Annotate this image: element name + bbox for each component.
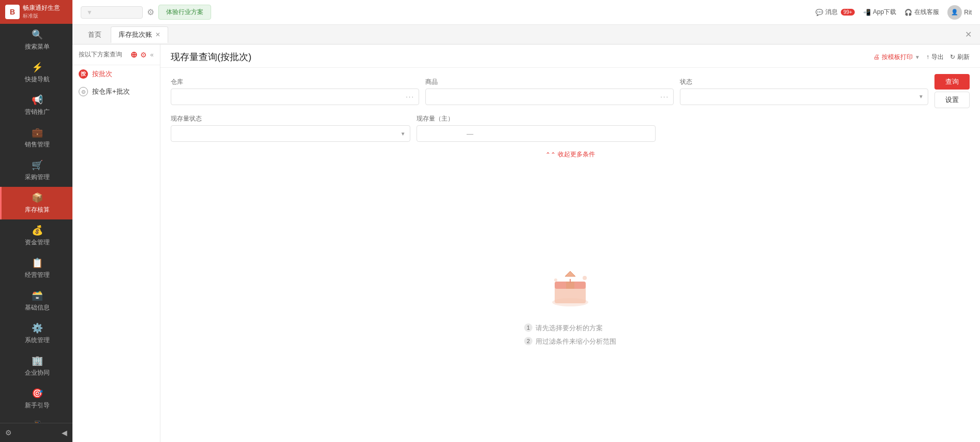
inventory-icon: 📦 bbox=[32, 192, 43, 203]
scheme-collapse-button[interactable]: « bbox=[150, 51, 154, 58]
scheme-add-button[interactable]: ⊕ bbox=[130, 50, 137, 60]
empty-svg bbox=[544, 263, 596, 315]
sidebar-item-marketing[interactable]: 📢 营销推广 bbox=[0, 89, 72, 122]
scheme-settings-button[interactable]: ⚙ bbox=[140, 51, 147, 59]
topbar-right: 💬 消息 99+ 📲 App下载 🎧 在线客服 👤 Rit bbox=[815, 5, 972, 20]
user-avatar-button[interactable]: 👤 Rit bbox=[947, 5, 972, 20]
sidebar-item-apps[interactable]: 📱 应用中心 bbox=[0, 415, 72, 423]
empty-tips: 1 请先选择要分析的方案 2 用过滤条件来缩小分析范围 bbox=[524, 323, 616, 346]
inventory-qty-label: 现存量（主） bbox=[417, 114, 656, 123]
filter-warehouse: 仓库 ··· bbox=[171, 78, 419, 105]
print-template-button[interactable]: 🖨 按模板打印 ▼ bbox=[873, 53, 920, 62]
svg-point-6 bbox=[583, 276, 587, 280]
filter-row-2: 现存量状态 ▼ 现存量（主） — bbox=[171, 114, 970, 142]
print-icon: 🖨 bbox=[873, 53, 880, 61]
avatar-initials: 👤 bbox=[951, 9, 958, 16]
app-name: 畅康通好生意 bbox=[23, 4, 60, 12]
print-dropdown-icon[interactable]: ▼ bbox=[915, 54, 920, 60]
warehouse-dots[interactable]: ··· bbox=[406, 93, 414, 100]
app-edition: 标准版 bbox=[23, 12, 60, 20]
export-button[interactable]: ↑ 导出 bbox=[926, 53, 944, 62]
message-button[interactable]: 💬 消息 99+ bbox=[815, 8, 855, 17]
warehouse-input[interactable]: ··· bbox=[171, 89, 419, 105]
newbie-icon: 🎯 bbox=[32, 388, 43, 399]
tab-inventory-batch-label: 库存批次账 bbox=[118, 30, 152, 39]
sidebar-label-search: 搜索菜单 bbox=[25, 42, 50, 51]
scheme-active-icon: 按 bbox=[79, 69, 88, 79]
filter-row-1: 仓库 ··· 商品 ··· 状态 bbox=[171, 74, 970, 108]
filter-section: 仓库 ··· 商品 ··· 状态 bbox=[160, 68, 980, 167]
sidebar-label-newbie: 新手引导 bbox=[25, 401, 50, 410]
refresh-button[interactable]: ↻ 刷新 bbox=[950, 53, 970, 62]
message-badge: 99+ bbox=[841, 9, 855, 16]
product-dots[interactable]: ··· bbox=[660, 93, 669, 100]
sidebar-app-info: 畅康通好生意 标准版 bbox=[23, 4, 60, 20]
range-dash: — bbox=[467, 130, 473, 138]
sidebar-item-search[interactable]: 🔍 搜索菜单 bbox=[0, 24, 72, 56]
sidebar-item-enterprise[interactable]: 🏢 企业协同 bbox=[0, 350, 72, 382]
sidebar-header: B 畅康通好生意 标准版 bbox=[0, 0, 72, 24]
sidebar-item-sales[interactable]: 💼 销售管理 bbox=[0, 122, 72, 154]
online-service-label: 在线客服 bbox=[914, 8, 939, 17]
inventory-qty-range[interactable]: — bbox=[417, 125, 656, 142]
scheme-label-by-warehouse-batch: 按仓库+批次 bbox=[92, 87, 130, 96]
topbar: ▼ ⚙ 体验行业方案 💬 消息 99+ 📲 App下载 🎧 在线客服 👤 bbox=[72, 0, 980, 25]
sidebar-collapse-button[interactable]: ◀ bbox=[62, 429, 67, 437]
username-label: Rit bbox=[964, 9, 972, 16]
sidebar-item-operations[interactable]: 📋 经营管理 bbox=[0, 252, 72, 285]
search-box-icon: ▼ bbox=[86, 9, 93, 16]
status-select[interactable]: ▼ bbox=[680, 89, 928, 105]
svg-marker-5 bbox=[565, 271, 575, 276]
settings-button[interactable]: 设置 bbox=[934, 92, 970, 108]
app-download-label: App下载 bbox=[873, 8, 896, 17]
scheme-inactive-icon: ⊙ bbox=[79, 87, 88, 96]
status-arrow: ▼ bbox=[918, 94, 924, 99]
avatar: 👤 bbox=[947, 5, 962, 20]
gear-icon[interactable]: ⚙ bbox=[147, 7, 154, 17]
scheme-item-by-warehouse-batch[interactable]: ⊙ 按仓库+批次 bbox=[72, 83, 160, 100]
service-icon: 🎧 bbox=[904, 9, 912, 16]
warehouse-label: 仓库 bbox=[171, 78, 419, 86]
tab-home[interactable]: 首页 bbox=[81, 27, 109, 42]
status-label: 状态 bbox=[680, 78, 928, 86]
filter-status: 状态 ▼ bbox=[680, 78, 928, 105]
sidebar-label-finance: 资金管理 bbox=[25, 238, 50, 247]
sidebar-footer: ⚙ ◀ bbox=[0, 423, 72, 442]
scheme-item-by-batch[interactable]: 按 按批次 bbox=[72, 65, 160, 83]
tab-close-icon[interactable]: ✕ bbox=[155, 31, 160, 38]
inventory-qty-max[interactable] bbox=[478, 130, 519, 138]
topbar-search-box[interactable]: ▼ bbox=[81, 6, 143, 19]
export-label: 导出 bbox=[931, 53, 944, 62]
sidebar-item-system[interactable]: ⚙️ 系统管理 bbox=[0, 317, 72, 350]
sidebar-item-purchase[interactable]: 🛒 采购管理 bbox=[0, 154, 72, 187]
sidebar-settings-button[interactable]: ⚙ bbox=[5, 429, 12, 437]
product-input[interactable]: ··· bbox=[425, 89, 674, 105]
sidebar-item-basics[interactable]: 🗃️ 基础信息 bbox=[0, 285, 72, 317]
inventory-status-select[interactable]: ▼ bbox=[171, 125, 410, 142]
scheme-panel-actions: ⊕ ⚙ « bbox=[130, 50, 154, 60]
system-icon: ⚙️ bbox=[32, 322, 43, 334]
empty-tip-1: 1 请先选择要分析的方案 bbox=[524, 323, 616, 333]
refresh-label: 刷新 bbox=[957, 53, 970, 62]
app-download-button[interactable]: 📲 App下载 bbox=[863, 8, 896, 17]
inventory-status-label: 现存量状态 bbox=[171, 114, 410, 123]
sidebar-label-sales: 销售管理 bbox=[25, 140, 50, 149]
collapse-row[interactable]: ⌃⌃ 收起更多条件 bbox=[171, 148, 970, 161]
sidebar-item-newbie[interactable]: 🎯 新手引导 bbox=[0, 382, 72, 415]
operations-icon: 📋 bbox=[32, 257, 43, 269]
quicknav-icon: ⚡ bbox=[32, 62, 43, 73]
trial-button[interactable]: 体验行业方案 bbox=[158, 5, 211, 20]
collapse-up-icon: ⌃⌃ bbox=[545, 151, 556, 158]
enterprise-icon: 🏢 bbox=[32, 355, 43, 366]
sidebar-item-inventory[interactable]: 📦 库存核算 bbox=[0, 187, 72, 219]
query-button[interactable]: 查询 bbox=[934, 74, 970, 90]
sidebar-item-quicknav[interactable]: ⚡ 快捷导航 bbox=[0, 56, 72, 89]
online-service-button[interactable]: 🎧 在线客服 bbox=[904, 8, 939, 17]
sidebar-label-inventory: 库存核算 bbox=[25, 205, 50, 214]
sidebar-item-finance[interactable]: 💰 资金管理 bbox=[0, 219, 72, 252]
empty-tip-2: 2 用过滤条件来缩小分析范围 bbox=[524, 337, 616, 346]
panel-close-button[interactable]: ✕ bbox=[965, 30, 972, 39]
inventory-qty-min[interactable] bbox=[421, 130, 463, 138]
title-actions: 🖨 按模板打印 ▼ ↑ 导出 ↻ 刷新 bbox=[873, 53, 970, 62]
tab-inventory-batch[interactable]: 库存批次账 ✕ bbox=[111, 26, 168, 43]
